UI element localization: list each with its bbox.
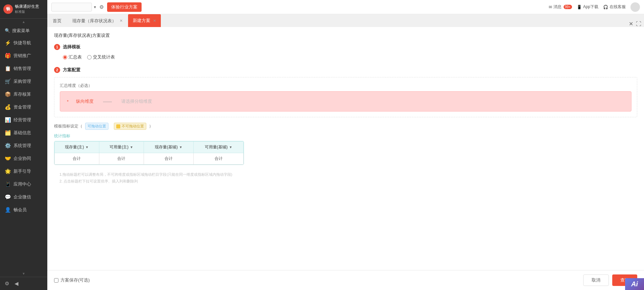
sidebar-item-sales[interactable]: 📋 销售管理 — [0, 62, 47, 75]
step1-block: 1 选择模板 汇总表 交叉统计表 — [54, 44, 637, 60]
sidebar-item-wechat[interactable]: 💬 企业微信 — [0, 191, 47, 203]
sidebar-item-marketing[interactable]: 🎁 营销推广 — [0, 49, 47, 62]
col-available-aux[interactable]: 可用量(基辅) ▼ — [194, 142, 244, 153]
home-tab-label: 首页 — [53, 18, 61, 24]
page-title: 现存量(库存状况表)方案设置 — [54, 32, 637, 39]
message-icon: ✉ — [549, 5, 552, 9]
stats-table-wrapper: 现存量(主) ▼ 可用量(主) ▼ — [54, 141, 244, 165]
step2-block: 2 方案配置 汇总维度（必选） * 纵向维度 —— 请选择分组维度 模板指标设定… — [54, 67, 637, 185]
search-dropdown-icon[interactable]: ▾ — [94, 5, 96, 9]
cell-present-main-sub: 合计 — [55, 153, 99, 165]
tab-new-scheme[interactable]: 新建方案 ✕ — [128, 14, 161, 27]
settings-icon[interactable]: ⚙ — [5, 281, 9, 287]
online-service-btn[interactable]: 🎧 在线客服 — [603, 4, 626, 10]
summary-radio-label[interactable]: 汇总表 — [63, 54, 82, 60]
trial-btn[interactable]: 体验行业方案 — [107, 2, 142, 12]
sidebar-footer: ⚙ ◀ — [0, 277, 47, 290]
stats-table: 现存量(主) ▼ 可用量(主) ▼ — [54, 141, 244, 165]
col-available-aux-dropdown[interactable]: ▼ — [229, 145, 232, 149]
cell-available-aux-sub: 合计 — [194, 153, 244, 165]
dim-separator: —— — [103, 99, 112, 104]
header-search-area: ▾ — [51, 3, 96, 11]
inventory-tab-close-icon[interactable]: ✕ — [120, 19, 123, 23]
col-present-main-dropdown[interactable]: ▼ — [85, 145, 89, 149]
aggregate-field-label: 汇总维度（必选） — [60, 83, 631, 89]
sidebar-item-newguide[interactable]: 🌟 新手引导 — [0, 165, 47, 178]
inventory-tab-label: 现存量（库存状况表） — [72, 18, 116, 24]
inventory-icon: 📦 — [5, 91, 11, 97]
tab-expand-icon[interactable]: ⛶ — [636, 21, 641, 27]
sidebar-search-item[interactable]: 🔍 搜索菜单 — [0, 25, 47, 37]
message-btn[interactable]: ✉ 消息 99+ — [549, 4, 572, 10]
tab-inventory-status[interactable]: 现存量（库存状况表） ✕ — [67, 14, 128, 27]
vertical-dim-placeholder: 请选择分组维度 — [121, 98, 152, 104]
sidebar-scroll-up[interactable]: ▲ — [0, 19, 47, 25]
draggable-badge: 可拖动位置 — [85, 123, 108, 130]
marketing-icon: 🎁 — [5, 53, 11, 59]
indicator-settings-label: 模板指标设定（ 可拖动位置 不可拖动位置 ） — [54, 123, 637, 130]
header-gear-icon[interactable]: ⚙ — [99, 4, 104, 10]
main-area: ▾ ⚙ 体验行业方案 ✉ 消息 99+ 📱 App下载 🎧 在线客服 首页 — [47, 0, 644, 290]
sidebar-item-inventory[interactable]: 📦 库存核算 — [0, 88, 47, 101]
cross-radio[interactable] — [87, 55, 92, 59]
sidebar-item-finance[interactable]: 💰 资金管理 — [0, 101, 47, 114]
template-radio-group: 汇总表 交叉统计表 — [63, 54, 637, 60]
col-available-main[interactable]: 可用量(主) ▼ — [99, 142, 144, 153]
sidebar-item-quicknav[interactable]: ⚡ 快捷导航 — [0, 37, 47, 49]
sidebar-item-purchase[interactable]: 🛒 采购管理 — [0, 75, 47, 88]
cooperation-icon: 🤝 — [5, 155, 11, 162]
col-present-aux[interactable]: 现存量(基辅) ▼ — [144, 142, 194, 153]
tab-bar-actions: ✕ ⛶ — [629, 21, 644, 27]
col-present-aux-dropdown[interactable]: ▼ — [179, 145, 182, 149]
collapse-icon[interactable]: ◀ — [15, 281, 19, 287]
top-header: ▾ ⚙ 体验行业方案 ✉ 消息 99+ 📱 App下载 🎧 在线客服 — [47, 0, 644, 14]
ai-badge[interactable]: Ai — [625, 278, 644, 290]
sidebar-scroll-down[interactable]: ▼ — [0, 270, 47, 277]
col-present-main[interactable]: 现存量(主) ▼ — [55, 142, 99, 153]
save-scheme-label[interactable]: 方案保存(可选) — [54, 277, 90, 283]
headset-icon: 🎧 — [603, 5, 608, 9]
sidebar-item-cooperation[interactable]: 🤝 企业协同 — [0, 152, 47, 165]
sidebar-item-operation[interactable]: 📊 经营管理 — [0, 114, 47, 126]
logo-text: 畅康通好生意 标准版 — [15, 4, 39, 14]
appcenter-icon: 📱 — [5, 181, 11, 187]
member-icon: 👤 — [5, 207, 11, 213]
sidebar-item-basic[interactable]: 🗂️ 基础信息 — [0, 126, 47, 139]
system-icon: ⚙️ — [5, 143, 11, 149]
summary-radio[interactable] — [63, 55, 67, 59]
vertical-dim-label: 纵向维度 — [76, 98, 94, 104]
step2-title: 方案配置 — [63, 67, 80, 73]
cross-radio-label[interactable]: 交叉统计表 — [87, 54, 115, 60]
step2-header: 2 方案配置 — [54, 67, 637, 73]
cancel-button[interactable]: 取消 — [583, 274, 609, 286]
sidebar-logo: 畅 畅康通好生意 标准版 — [0, 0, 47, 19]
logo-icon: 畅 — [3, 4, 13, 14]
search-icon: 🔍 — [5, 28, 10, 33]
finance-icon: 💰 — [5, 104, 11, 110]
header-right: ✉ 消息 99+ 📱 App下载 🎧 在线客服 — [549, 2, 640, 12]
vertical-dim-row[interactable]: * 纵向维度 —— 请选择分组维度 — [60, 91, 631, 112]
quicknav-icon: ⚡ — [5, 40, 11, 46]
col-available-main-dropdown[interactable]: ▼ — [130, 145, 133, 149]
sidebar-item-system[interactable]: ⚙️ 系统管理 — [0, 139, 47, 152]
search-input[interactable] — [51, 3, 92, 11]
tab-close-all-icon[interactable]: ✕ — [629, 21, 633, 27]
tab-home[interactable]: 首页 — [47, 14, 67, 27]
operation-icon: 📊 — [5, 117, 11, 123]
save-scheme-checkbox[interactable] — [54, 278, 58, 283]
tab-bar: 首页 现存量（库存状况表） ✕ 新建方案 ✕ ✕ ⛶ — [47, 14, 644, 27]
sidebar-item-member[interactable]: 👤 畅会员 — [0, 203, 47, 216]
app-download-btn[interactable]: 📱 App下载 — [577, 4, 598, 10]
new-scheme-tab-close-icon[interactable]: ✕ — [153, 19, 156, 23]
cell-available-main-sub: 合计 — [99, 153, 144, 165]
step2-num: 2 — [54, 67, 60, 73]
tips-block: 1.拖动标题栏可以调整布局，不可跨维度或指标区域拖动栏目字段(只能在同一维度或指… — [54, 171, 637, 185]
non-draggable-badge: 不可拖动位置 — [114, 123, 146, 130]
user-avatar[interactable] — [630, 2, 640, 12]
step1-title: 选择模板 — [63, 44, 80, 50]
sidebar-item-appcenter[interactable]: 📱 应用中心 — [0, 178, 47, 191]
sidebar: 畅 畅康通好生意 标准版 ▲ 🔍 搜索菜单 ⚡ 快捷导航 🎁 营销推广 📋 销售… — [0, 0, 47, 290]
basic-icon: 🗂️ — [5, 130, 11, 136]
sidebar-nav: 🔍 搜索菜单 ⚡ 快捷导航 🎁 营销推广 📋 销售管理 🛒 采购管理 📦 库存核… — [0, 25, 47, 270]
cell-present-aux-sub: 合计 — [144, 153, 194, 165]
